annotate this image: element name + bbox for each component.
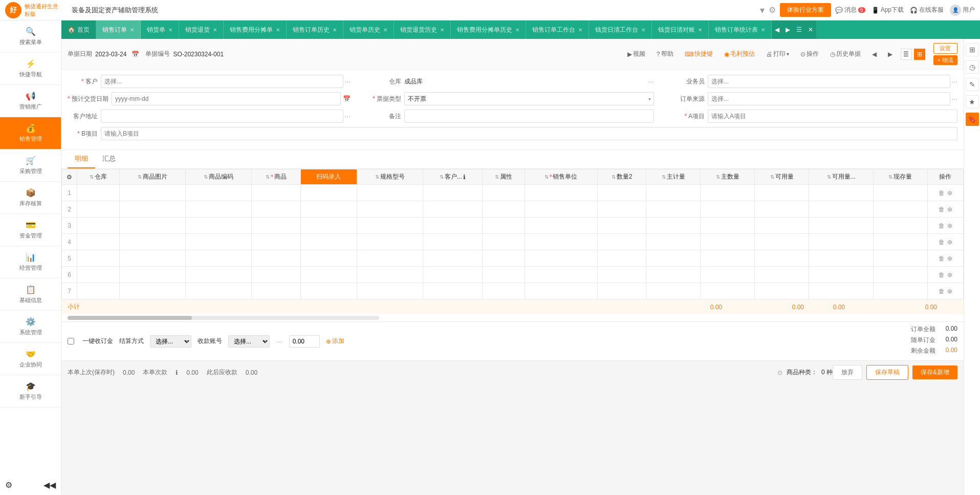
material-btn[interactable]: + 物流 bbox=[933, 55, 957, 65]
warehouse-dots-btn[interactable]: ··· bbox=[648, 77, 654, 85]
cell-main-unit-4[interactable] bbox=[646, 234, 701, 250]
cell-qty2-6[interactable] bbox=[597, 267, 646, 283]
cell-sku-2[interactable] bbox=[186, 201, 252, 218]
cell-product-6[interactable] bbox=[252, 267, 301, 283]
cell-main-qty-6[interactable] bbox=[701, 267, 755, 283]
sidebar-item-purchase[interactable]: 🛒 采购管理 bbox=[0, 149, 61, 182]
cell-stock-2[interactable] bbox=[873, 201, 927, 218]
right-panel-bookmark-icon[interactable]: 🔖 bbox=[966, 113, 979, 126]
cell-sku-1[interactable] bbox=[186, 185, 252, 201]
delete-row-4-icon[interactable]: 🗑 bbox=[939, 239, 945, 246]
cell-available-1[interactable] bbox=[755, 185, 809, 201]
customer-input[interactable] bbox=[101, 75, 343, 88]
tab-close-sales-order[interactable]: ✕ bbox=[130, 27, 134, 33]
cell-main-unit-7[interactable] bbox=[646, 283, 701, 299]
cell-main-unit-5[interactable] bbox=[646, 250, 701, 267]
col-warehouse[interactable]: ⇅仓库 bbox=[77, 169, 120, 185]
sidebar-item-inventory[interactable]: 📦 库存核算 bbox=[0, 182, 61, 214]
col-scan[interactable]: 扫码录入 bbox=[300, 169, 357, 185]
grid-layout-icon[interactable]: ⊞ bbox=[914, 49, 925, 60]
cell-spec-7[interactable] bbox=[357, 283, 423, 299]
tab-stats[interactable]: 销售订单统计表 ✕ bbox=[709, 20, 772, 39]
cell-main-qty-3[interactable] bbox=[701, 218, 755, 234]
cell-qty2-7[interactable] bbox=[597, 283, 646, 299]
col-image[interactable]: ⇅商品图片 bbox=[119, 169, 185, 185]
list-layout-icon[interactable]: ☰ bbox=[901, 49, 912, 60]
cell-attr-3[interactable] bbox=[482, 218, 525, 234]
view-btn[interactable]: ▶ 视频 bbox=[624, 49, 648, 59]
tab-close-expense-history[interactable]: ✕ bbox=[515, 27, 519, 33]
cell-main-qty-2[interactable] bbox=[701, 201, 755, 218]
cell-sku-7[interactable] bbox=[186, 283, 252, 299]
cell-attr-1[interactable] bbox=[482, 185, 525, 201]
cell-spec-4[interactable] bbox=[357, 234, 423, 250]
cell-available-6[interactable] bbox=[755, 267, 809, 283]
cell-warehouse-6[interactable] bbox=[77, 267, 120, 283]
cell-image-4[interactable] bbox=[119, 234, 185, 250]
payment-amount-input[interactable] bbox=[289, 335, 320, 348]
copy-row-7-icon[interactable]: ⊕ bbox=[947, 288, 952, 295]
settings-btn[interactable]: 设置 bbox=[933, 43, 957, 54]
cell-warehouse-2[interactable] bbox=[77, 201, 120, 218]
customer-dots-btn[interactable]: ··· bbox=[344, 77, 351, 85]
message-icon-item[interactable]: 💬 消息 6 bbox=[835, 6, 865, 14]
cell-stock-7[interactable] bbox=[873, 283, 927, 299]
cell-product-3[interactable] bbox=[252, 218, 301, 234]
cell-image-5[interactable] bbox=[119, 250, 185, 267]
sidebar-item-base-info[interactable]: 📋 基础信息 bbox=[0, 278, 61, 311]
customer-addr-dots-btn[interactable]: ··· bbox=[344, 112, 351, 120]
cell-spec-2[interactable] bbox=[357, 201, 423, 218]
tab-return-history[interactable]: 销货退货历史 ✕ bbox=[394, 20, 451, 39]
tab-expense-history[interactable]: 销售费用分摊单历史 ✕ bbox=[451, 20, 526, 39]
cell-warehouse-4[interactable] bbox=[77, 234, 120, 250]
cell-available2-7[interactable] bbox=[809, 283, 873, 299]
col-main-unit[interactable]: ⇅主计量 bbox=[646, 169, 701, 185]
cell-customer-code-7[interactable] bbox=[423, 283, 482, 299]
delete-row-7-icon[interactable]: 🗑 bbox=[939, 288, 945, 295]
cell-available2-5[interactable] bbox=[809, 250, 873, 267]
cell-stock-3[interactable] bbox=[873, 218, 927, 234]
cell-available2-3[interactable] bbox=[809, 218, 873, 234]
cell-attr-6[interactable] bbox=[482, 267, 525, 283]
industry-btn[interactable]: 体验行业方案 bbox=[780, 3, 831, 17]
a-project-input[interactable] bbox=[708, 110, 957, 123]
right-panel-star-icon[interactable]: ★ bbox=[966, 95, 979, 109]
cell-customer-code-6[interactable] bbox=[423, 267, 482, 283]
cell-stock-5[interactable] bbox=[873, 250, 927, 267]
cell-available2-1[interactable] bbox=[809, 185, 873, 201]
cell-scan-1[interactable] bbox=[300, 185, 357, 201]
cell-unit-6[interactable] bbox=[525, 267, 597, 283]
copy-row-6-icon[interactable]: ⊕ bbox=[947, 271, 952, 278]
cell-spec-6[interactable] bbox=[357, 267, 423, 283]
print-btn[interactable]: 🖨 打印 ▾ bbox=[763, 49, 792, 59]
cell-available-7[interactable] bbox=[755, 283, 809, 299]
cell-available2-4[interactable] bbox=[809, 234, 873, 250]
cell-scan-3[interactable] bbox=[300, 218, 357, 234]
cell-main-qty-5[interactable] bbox=[701, 250, 755, 267]
cell-scan-5[interactable] bbox=[300, 250, 357, 267]
payment-method-select[interactable]: 选择... bbox=[150, 335, 191, 348]
cell-unit-7[interactable] bbox=[525, 283, 597, 299]
cell-unit-3[interactable] bbox=[525, 218, 597, 234]
invoice-type-select[interactable]: 不开票 增值税专票 增值税普票 bbox=[404, 92, 654, 105]
cell-main-unit-6[interactable] bbox=[646, 267, 701, 283]
scroll-bar[interactable] bbox=[68, 316, 379, 320]
cell-scan-6[interactable] bbox=[300, 267, 357, 283]
sidebar-item-guide[interactable]: 🎓 新手引导 bbox=[0, 375, 61, 407]
right-panel-clock-icon[interactable]: ◷ bbox=[966, 60, 979, 74]
tab-close-stats[interactable]: ✕ bbox=[761, 27, 765, 33]
cell-scan-4[interactable] bbox=[300, 234, 357, 250]
customer-addr-input[interactable] bbox=[101, 110, 343, 123]
cell-stock-6[interactable] bbox=[873, 267, 927, 283]
col-sku[interactable]: ⇅商品编码 bbox=[186, 169, 252, 185]
copy-row-3-icon[interactable]: ⊕ bbox=[947, 222, 952, 229]
cell-attr-7[interactable] bbox=[482, 283, 525, 299]
tab-close-order-history[interactable]: ✕ bbox=[333, 27, 337, 33]
online-service-item[interactable]: 🎧 在线客服 bbox=[910, 6, 944, 14]
save-new-btn[interactable]: 保存&新增 bbox=[912, 365, 957, 379]
add-payment-btn[interactable]: ⊕ 添加 bbox=[326, 337, 344, 346]
cell-image-1[interactable] bbox=[119, 185, 185, 201]
cell-main-qty-1[interactable] bbox=[701, 185, 755, 201]
remarks-input[interactable] bbox=[404, 110, 654, 123]
tab-close-sales-invoice[interactable]: ✕ bbox=[168, 27, 172, 33]
